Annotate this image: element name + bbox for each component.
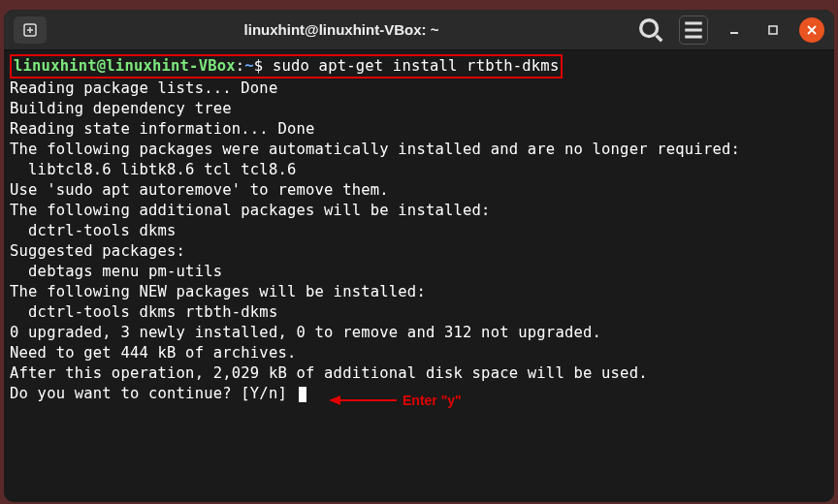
prompt-path: ~ (244, 57, 254, 75)
output-line: dctrl-tools dkms rtbth-dkms (10, 303, 277, 321)
arrow-left-icon (329, 394, 397, 407)
output-line: The following NEW packages will be insta… (10, 283, 426, 300)
output-line: Use 'sudo apt autoremove' to remove them… (10, 181, 389, 199)
output-line: Reading state information... Done (10, 120, 315, 138)
titlebar: linuxhint@linuxhint-VBox: ~ (4, 10, 834, 50)
output-line: 0 upgraded, 3 newly installed, 0 to remo… (10, 324, 601, 341)
command-text: sudo apt-get install rtbth-dkms (273, 57, 560, 75)
search-button[interactable] (636, 16, 665, 45)
minimize-button[interactable] (722, 17, 747, 43)
svg-point-3 (641, 19, 658, 36)
output-prompt-line: Do you want to continue? [Y/n] (10, 385, 297, 402)
output-line: dctrl-tools dkms (10, 222, 177, 239)
window-title: linuxhint@linuxhint-VBox: ~ (47, 21, 636, 38)
svg-rect-9 (769, 26, 777, 34)
output-line: Building dependency tree (10, 100, 232, 117)
output-line: The following additional packages will b… (10, 202, 491, 219)
annotation-text: Enter "y" (403, 393, 462, 408)
output-line: debtags menu pm-utils (10, 263, 222, 280)
titlebar-right (636, 16, 824, 45)
hamburger-menu-button[interactable] (679, 16, 708, 45)
terminal-body[interactable]: linuxhint@linuxhint-VBox:~$ sudo apt-get… (4, 50, 834, 408)
cursor (299, 387, 306, 402)
output-line: Reading package lists... Done (10, 79, 277, 97)
close-button[interactable] (799, 17, 824, 43)
svg-marker-13 (329, 395, 340, 405)
prompt-sep2: $ (254, 57, 273, 75)
annotation: Enter "y" (329, 393, 462, 408)
titlebar-left (14, 16, 47, 44)
output-line: Suggested packages: (10, 242, 185, 260)
output-line: The following packages were automaticall… (10, 141, 740, 158)
output-line: libtcl8.6 libtk8.6 tcl tcl8.6 (10, 161, 297, 178)
command-highlight-box: linuxhint@linuxhint-VBox:~$ sudo apt-get… (10, 54, 563, 79)
prompt-sep1: : (236, 57, 245, 75)
maximize-button[interactable] (760, 17, 786, 43)
terminal-window: linuxhint@linuxhint-VBox: ~ (4, 10, 834, 502)
svg-line-4 (657, 35, 662, 41)
output-line: After this operation, 2,029 kB of additi… (10, 364, 648, 382)
prompt-user: linuxhint@linuxhint-VBox (14, 57, 236, 75)
output-line: Need to get 444 kB of archives. (10, 344, 297, 362)
new-tab-button[interactable] (14, 16, 47, 44)
